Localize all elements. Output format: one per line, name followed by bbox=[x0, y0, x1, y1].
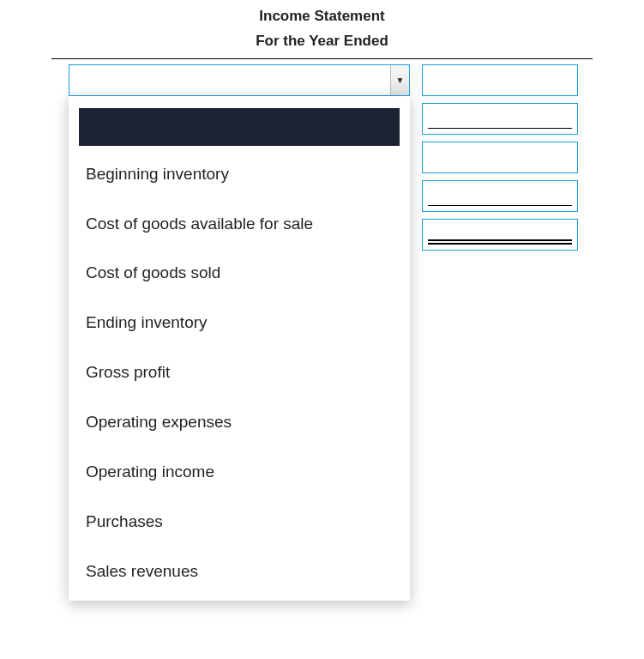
dropdown-option[interactable]: Beginning inventory bbox=[69, 149, 410, 199]
dropdown-option-blank[interactable] bbox=[79, 108, 400, 146]
dropdown-list: Beginning inventory Cost of goods availa… bbox=[69, 96, 410, 602]
total-rule bbox=[428, 239, 572, 245]
chevron-down-icon: ▼ bbox=[396, 76, 405, 85]
amount-column bbox=[422, 64, 578, 257]
dropdown-box[interactable]: ▼ bbox=[69, 64, 410, 96]
header-rule bbox=[51, 58, 593, 59]
amount-input[interactable] bbox=[422, 180, 578, 212]
dropdown-option[interactable]: Ending inventory bbox=[69, 298, 410, 348]
dropdown-option[interactable]: Operating expenses bbox=[69, 397, 410, 447]
dropdown-option[interactable]: Gross profit bbox=[69, 348, 410, 397]
amount-input[interactable] bbox=[422, 103, 578, 135]
amount-input[interactable] bbox=[422, 142, 578, 173]
dropdown-option[interactable]: Cost of goods sold bbox=[69, 248, 410, 298]
amount-input[interactable] bbox=[422, 219, 578, 251]
dropdown-option[interactable]: Purchases bbox=[69, 497, 410, 547]
subtotal-rule bbox=[428, 205, 572, 206]
dropdown-option[interactable]: Cost of goods available for sale bbox=[69, 199, 410, 249]
line-item-dropdown[interactable]: ▼ Beginning inventory Cost of goods avai… bbox=[69, 64, 410, 96]
title-line1: Income Statement bbox=[0, 4, 644, 29]
dropdown-handle[interactable]: ▼ bbox=[390, 65, 409, 95]
subtotal-rule bbox=[428, 128, 572, 129]
dropdown-option[interactable]: Sales revenues bbox=[69, 547, 410, 596]
amount-input[interactable] bbox=[422, 64, 578, 96]
dropdown-option[interactable]: Operating income bbox=[69, 447, 410, 497]
title-line2: For the Year Ended bbox=[0, 29, 644, 54]
header: Income Statement For the Year Ended bbox=[0, 0, 644, 54]
